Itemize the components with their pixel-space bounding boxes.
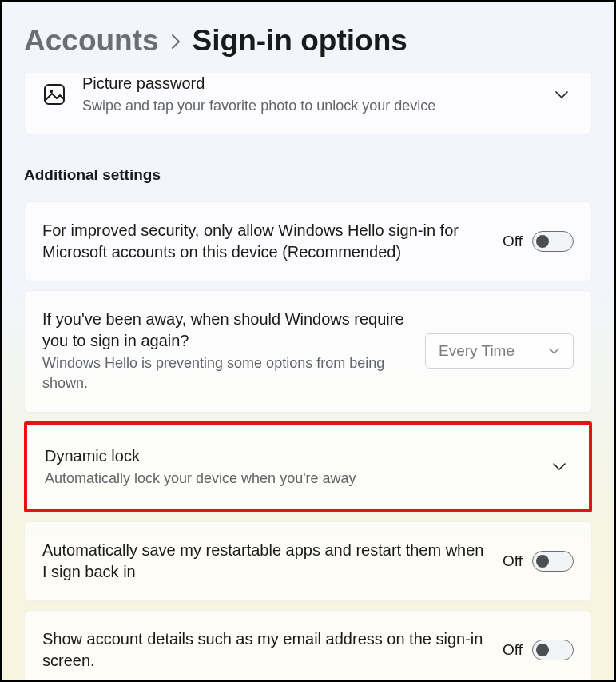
require-signin-select[interactable]: Every Time [425, 333, 574, 369]
account-details-title: Show account details such as my email ad… [42, 628, 487, 672]
hello-only-toggle[interactable] [532, 231, 574, 252]
breadcrumb: Accounts Sign-in options [24, 26, 592, 55]
picture-icon [42, 83, 66, 106]
chevron-down-icon [547, 462, 571, 471]
hello-only-title: For improved security, only allow Window… [42, 220, 487, 263]
breadcrumb-current: Sign-in options [193, 26, 407, 55]
section-heading-additional: Additional settings [24, 166, 592, 184]
account-details-toggle[interactable] [532, 640, 574, 660]
picture-password-row[interactable]: Picture password Swipe and tap your favo… [24, 73, 592, 134]
account-details-row: Show account details such as my email ad… [24, 610, 592, 682]
account-details-state-label: Off [503, 641, 523, 659]
svg-point-1 [50, 90, 53, 93]
restart-apps-toggle[interactable] [532, 551, 574, 572]
picture-password-title: Picture password [82, 73, 534, 94]
require-signin-title: If you've been away, when should Windows… [42, 309, 409, 352]
picture-password-sub: Swipe and tap your favorite photo to unl… [82, 96, 534, 116]
dynamic-lock-title: Dynamic lock [45, 445, 531, 467]
svg-rect-0 [45, 85, 64, 104]
require-signin-row: If you've been away, when should Windows… [24, 290, 592, 412]
hello-only-row: For improved security, only allow Window… [24, 201, 592, 281]
require-signin-selected: Every Time [439, 342, 515, 360]
restart-apps-state-label: Off [503, 552, 523, 570]
breadcrumb-parent[interactable]: Accounts [24, 26, 159, 55]
require-signin-sub: Windows Hello is preventing some options… [42, 353, 409, 393]
restart-apps-row: Automatically save my restartable apps a… [24, 521, 592, 601]
chevron-down-icon [550, 90, 574, 99]
hello-only-state-label: Off [503, 233, 523, 250]
dynamic-lock-highlight: Dynamic lock Automatically lock your dev… [24, 421, 592, 512]
dynamic-lock-row[interactable]: Dynamic lock Automatically lock your dev… [27, 425, 589, 509]
chevron-down-icon [548, 347, 560, 355]
restart-apps-title: Automatically save my restartable apps a… [42, 540, 487, 583]
dynamic-lock-sub: Automatically lock your device when you'… [45, 469, 531, 489]
chevron-right-icon [170, 33, 181, 54]
